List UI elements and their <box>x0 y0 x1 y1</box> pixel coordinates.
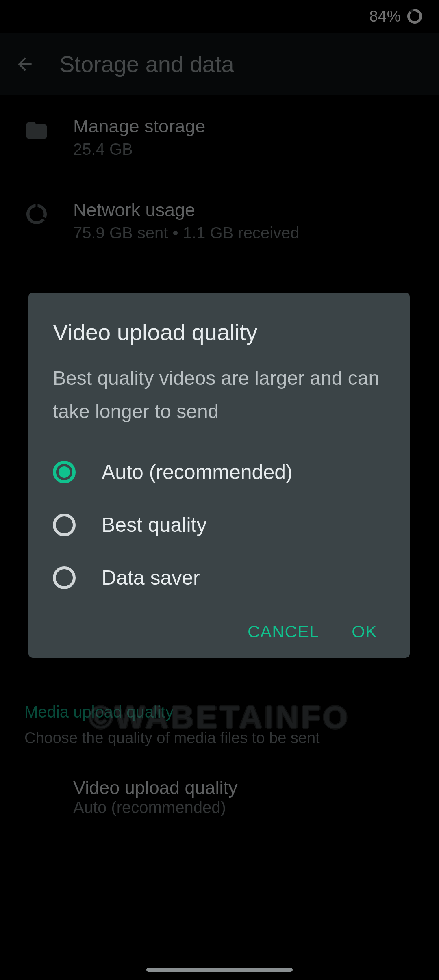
dialog-description: Best quality videos are larger and can t… <box>53 362 385 428</box>
ok-button[interactable]: OK <box>352 622 377 642</box>
radio-option-auto[interactable]: Auto (recommended) <box>53 460 385 484</box>
radio-group: Auto (recommended) Best quality Data sav… <box>53 460 385 590</box>
cancel-button[interactable]: CANCEL <box>248 622 319 642</box>
dialog-actions: CANCEL OK <box>53 622 385 642</box>
dialog-title: Video upload quality <box>53 319 385 345</box>
radio-label: Data saver <box>102 566 200 590</box>
radio-icon <box>53 461 76 483</box>
radio-icon <box>53 566 76 589</box>
radio-label: Best quality <box>102 513 206 537</box>
home-indicator[interactable] <box>146 968 293 972</box>
radio-label: Auto (recommended) <box>102 460 293 484</box>
radio-option-data-saver[interactable]: Data saver <box>53 566 385 590</box>
radio-icon <box>53 514 76 536</box>
video-quality-dialog: Video upload quality Best quality videos… <box>28 293 410 658</box>
radio-option-best[interactable]: Best quality <box>53 513 385 537</box>
